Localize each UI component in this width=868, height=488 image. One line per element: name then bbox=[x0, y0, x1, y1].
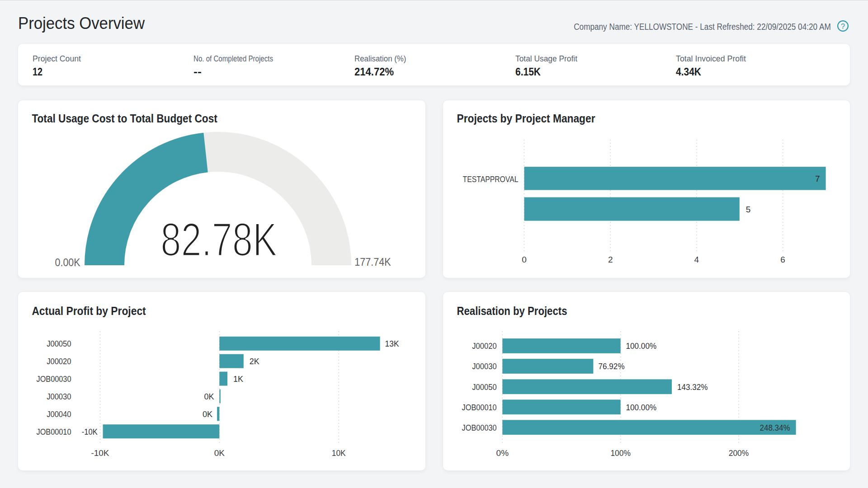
svg-text:J00020: J00020 bbox=[47, 357, 71, 366]
svg-text:JOB00010: JOB00010 bbox=[37, 427, 71, 436]
svg-text:143.32%: 143.32% bbox=[677, 382, 708, 392]
svg-text:Total Usage Profit: Total Usage Profit bbox=[515, 54, 578, 63]
svg-text:0: 0 bbox=[522, 255, 527, 264]
svg-text:1K: 1K bbox=[233, 374, 243, 384]
svg-text:100.00%: 100.00% bbox=[626, 403, 657, 412]
svg-text:0K: 0K bbox=[204, 392, 214, 401]
svg-text:Realisation (%): Realisation (%) bbox=[354, 54, 406, 63]
svg-text:100%: 100% bbox=[610, 448, 631, 458]
svg-text:82.78K: 82.78K bbox=[160, 214, 277, 266]
svg-text:Total Invoiced Profit: Total Invoiced Profit bbox=[676, 54, 746, 63]
svg-text:--: -- bbox=[193, 66, 202, 78]
svg-text:Company Name: YELLOWSTONE - La: Company Name: YELLOWSTONE - Last Refresh… bbox=[574, 22, 831, 32]
svg-text:J00030: J00030 bbox=[47, 392, 71, 401]
svg-text:Realisation by Projects: Realisation by Projects bbox=[457, 305, 567, 317]
svg-text:4: 4 bbox=[694, 255, 699, 264]
svg-text:248.34%: 248.34% bbox=[760, 423, 790, 432]
svg-text:J00050: J00050 bbox=[47, 339, 71, 348]
svg-text:100.00%: 100.00% bbox=[626, 341, 657, 351]
svg-text:0K: 0K bbox=[214, 448, 225, 458]
svg-text:Actual Profit by Project: Actual Profit by Project bbox=[32, 305, 146, 317]
svg-text:10K: 10K bbox=[332, 448, 346, 458]
svg-text:6.15K: 6.15K bbox=[515, 66, 541, 78]
svg-text:6: 6 bbox=[780, 255, 785, 264]
svg-text:No. of Completed Projects: No. of Completed Projects bbox=[193, 54, 273, 63]
svg-text:5: 5 bbox=[746, 205, 751, 214]
svg-text:JOB00030: JOB00030 bbox=[37, 374, 71, 384]
svg-text:0.00K: 0.00K bbox=[55, 257, 81, 268]
svg-text:?: ? bbox=[841, 23, 845, 30]
svg-text:7: 7 bbox=[815, 174, 820, 183]
svg-text:-10K: -10K bbox=[91, 448, 109, 458]
svg-text:JOB00030: JOB00030 bbox=[462, 423, 497, 432]
svg-text:2K: 2K bbox=[250, 357, 259, 366]
svg-text:J00020: J00020 bbox=[472, 341, 496, 351]
svg-text:JOB00010: JOB00010 bbox=[462, 403, 497, 412]
svg-text:0%: 0% bbox=[496, 448, 509, 458]
svg-text:J00040: J00040 bbox=[47, 409, 71, 419]
svg-text:0K: 0K bbox=[203, 409, 212, 419]
svg-text:12: 12 bbox=[33, 66, 42, 78]
svg-text:177.74K: 177.74K bbox=[354, 256, 391, 268]
svg-text:TESTAPPROVAL: TESTAPPROVAL bbox=[463, 174, 519, 184]
svg-text:76.92%: 76.92% bbox=[599, 361, 625, 371]
svg-text:J00030: J00030 bbox=[472, 361, 496, 371]
svg-text:-10K: -10K bbox=[82, 427, 98, 436]
svg-text:214.72%: 214.72% bbox=[354, 66, 394, 78]
svg-text:13K: 13K bbox=[385, 339, 399, 348]
svg-text:200%: 200% bbox=[729, 448, 749, 458]
svg-text:Project Count: Project Count bbox=[33, 54, 81, 63]
svg-text:Projects Overview: Projects Overview bbox=[18, 14, 145, 33]
svg-text:4.34K: 4.34K bbox=[676, 66, 701, 78]
svg-text:Projects by Project Manager: Projects by Project Manager bbox=[457, 112, 595, 125]
svg-text:2: 2 bbox=[608, 255, 613, 264]
svg-text:J00050: J00050 bbox=[472, 382, 496, 392]
svg-text:Total Usage Cost to Total Budg: Total Usage Cost to Total Budget Cost bbox=[32, 112, 217, 125]
